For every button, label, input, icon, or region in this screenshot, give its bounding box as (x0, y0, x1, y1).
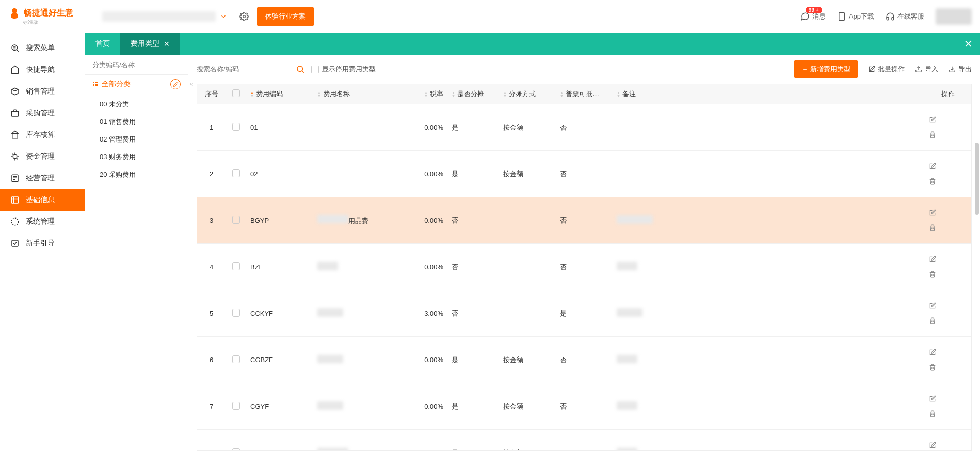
table-row[interactable]: 1010.00%是按金额否 (197, 104, 971, 151)
sidebar-item-label: 经营管理 (26, 174, 55, 183)
tab-0[interactable]: 首页 (85, 33, 120, 55)
sidebar-item-8[interactable]: 系统管理 (0, 211, 85, 232)
cell-method: 按金额 (499, 151, 556, 197)
cell-check[interactable] (226, 290, 246, 337)
sidebar-item-0[interactable]: 搜索菜单 (0, 37, 85, 59)
cell-ops (925, 104, 971, 151)
app-download-link[interactable]: App下载 (837, 12, 874, 21)
sidebar-item-1[interactable]: 快捷导航 (0, 59, 85, 81)
col-code[interactable]: ▲▼费用编码 (246, 84, 313, 104)
row-delete-button[interactable] (929, 224, 967, 231)
row-delete-button[interactable] (929, 178, 967, 185)
cell-rate: 0.00% (401, 383, 447, 430)
row-edit-button[interactable] (929, 209, 967, 216)
table-row[interactable]: 3BGYP用品费0.00%否否 (197, 197, 971, 244)
col-remark[interactable]: ▲▼备注 (613, 84, 925, 104)
category-item-0[interactable]: 00 未分类 (85, 96, 188, 113)
cell-seq: 8 (197, 430, 226, 452)
table-row[interactable]: 4BZF0.00%否否 (197, 244, 971, 290)
table-row[interactable]: 8CGZXF0.00%是按金额否 (197, 430, 971, 452)
cell-name (313, 244, 401, 290)
cell-check[interactable] (226, 337, 246, 383)
add-expense-type-button[interactable]: ＋ 新增费用类型 (794, 60, 858, 78)
cell-code: CCKYF (246, 290, 313, 337)
messages-link[interactable]: 99 + 消息 (800, 12, 826, 21)
edit-icon (868, 66, 875, 73)
col-check[interactable] (226, 84, 246, 104)
company-name-blur (102, 11, 216, 22)
checkbox-icon (232, 309, 240, 317)
category-edit-button[interactable] (170, 79, 181, 89)
cell-check[interactable] (226, 244, 246, 290)
sidebar-item-2[interactable]: 销售管理 (0, 81, 85, 102)
vertical-scrollbar-thumb[interactable] (975, 143, 979, 215)
cell-seq: 5 (197, 290, 226, 337)
cell-remark (613, 104, 925, 151)
cell-check[interactable] (226, 151, 246, 197)
cell-deductible: 否 (556, 244, 613, 290)
sidebar-item-4[interactable]: 库存核算 (0, 124, 85, 146)
sidebar-item-6[interactable]: 经营管理 (0, 167, 85, 189)
category-search-input[interactable] (92, 61, 179, 69)
sidebar-item-7[interactable]: 基础信息 (0, 189, 85, 211)
tab-1[interactable]: 费用类型✕ (120, 33, 180, 55)
online-service-link[interactable]: 在线客服 (886, 12, 924, 21)
col-rate[interactable]: ▲▼税率 (401, 84, 447, 104)
show-disabled-checkbox[interactable]: 显示停用费用类型 (311, 65, 376, 74)
row-delete-button[interactable] (929, 364, 967, 371)
row-edit-button[interactable] (929, 116, 967, 123)
cell-seq: 6 (197, 337, 226, 383)
checkbox-icon (232, 169, 240, 177)
row-edit-button[interactable] (929, 442, 967, 449)
col-name[interactable]: ▲▼费用名称 (313, 84, 401, 104)
cell-check[interactable] (226, 430, 246, 452)
user-avatar[interactable] (936, 8, 972, 25)
settings-button[interactable] (239, 12, 249, 21)
sidebar-item-label: 资金管理 (26, 152, 55, 161)
sidebar-item-3[interactable]: 采购管理 (0, 102, 85, 124)
tab-close-all[interactable]: ✕ (957, 33, 980, 55)
category-item-1[interactable]: 01 销售费用 (85, 113, 188, 131)
col-deductible[interactable]: ▲▼普票可抵… (556, 84, 613, 104)
category-item-2[interactable]: 02 管理费用 (85, 131, 188, 148)
row-edit-button[interactable] (929, 163, 967, 170)
import-button[interactable]: 导入 (915, 65, 938, 74)
brand-text: 畅捷通好生意 (24, 8, 73, 19)
table-row[interactable]: 5CCKYF3.00%否是 (197, 290, 971, 337)
tab-close-icon[interactable]: ✕ (164, 40, 170, 48)
collapse-category-panel[interactable] (188, 77, 195, 91)
table-row[interactable]: 2020.00%是按金额否 (197, 151, 971, 197)
table-row[interactable]: 7CGYF0.00%是按金额否 (197, 383, 971, 430)
category-all[interactable]: 全部分类 (85, 74, 188, 94)
sidebar-item-5[interactable]: 资金管理 (0, 146, 85, 167)
document-icon (10, 174, 20, 183)
row-delete-button[interactable] (929, 317, 967, 324)
row-delete-button[interactable] (929, 271, 967, 278)
col-allocate[interactable]: ▲▼是否分摊 (447, 84, 499, 104)
cell-check[interactable] (226, 104, 246, 151)
row-edit-button[interactable] (929, 256, 967, 263)
category-item-3[interactable]: 03 财务费用 (85, 148, 188, 166)
cell-method (499, 197, 556, 244)
row-edit-button[interactable] (929, 395, 967, 402)
category-item-4[interactable]: 20 采购费用 (85, 166, 188, 183)
svg-rect-27 (95, 85, 98, 86)
row-delete-button[interactable] (929, 131, 967, 138)
row-delete-button[interactable] (929, 410, 967, 417)
row-edit-button[interactable] (929, 349, 967, 356)
data-search-input[interactable] (197, 65, 293, 73)
cell-name (313, 151, 401, 197)
col-method[interactable]: ▲▼分摊方式 (499, 84, 556, 104)
cell-check[interactable] (226, 383, 246, 430)
cell-rate: 0.00% (401, 104, 447, 151)
col-seq[interactable]: 序号 (197, 84, 226, 104)
row-edit-button[interactable] (929, 302, 967, 309)
table-row[interactable]: 6CGBZF0.00%是按金额否 (197, 337, 971, 383)
headset-icon (886, 12, 895, 21)
export-button[interactable]: 导出 (949, 65, 972, 74)
batch-ops-button[interactable]: 批量操作 (868, 65, 905, 74)
experience-button[interactable]: 体验行业方案 (257, 7, 314, 26)
cell-check[interactable] (226, 197, 246, 244)
company-selector[interactable] (96, 6, 233, 27)
sidebar-item-9[interactable]: 新手引导 (0, 232, 85, 254)
